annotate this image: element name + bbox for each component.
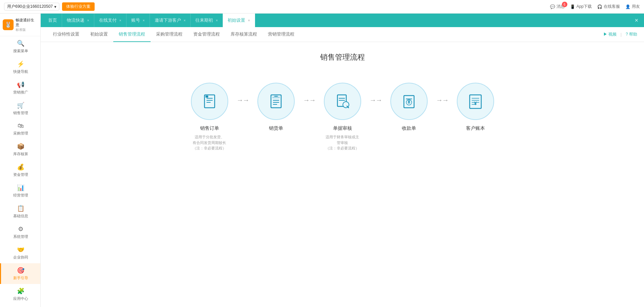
- close-icon[interactable]: ×: [87, 19, 89, 22]
- sub-tab-industry-settings[interactable]: 行业特性设置: [47, 27, 85, 42]
- message-badge: 6: [562, 2, 567, 7]
- flow-label-doc-review: 单据审核: [333, 125, 352, 131]
- sidebar-item-search[interactable]: 🔍 搜索菜单: [0, 36, 40, 57]
- nav-tab-home[interactable]: 首页: [43, 14, 62, 27]
- sidebar-item-label: 资金管理: [13, 172, 28, 177]
- flow-circle-sales-invoice[interactable]: [257, 83, 295, 120]
- flow-circle-customer-ledger[interactable]: ¥: [457, 83, 494, 120]
- receipt-icon: ¥: [401, 93, 417, 110]
- sidebar-item-label: 采购管理: [13, 131, 28, 136]
- user-icon: 👤: [625, 4, 630, 9]
- flow-item-doc-review: 单据审核 适用于财务审核或主管审核（注：非必要流程）: [315, 83, 370, 151]
- sidebar-item-newbie-guide[interactable]: 🎯 新手引导: [0, 263, 40, 284]
- app-download-label: App下载: [577, 4, 592, 9]
- flow-circle-doc-review[interactable]: [324, 83, 361, 120]
- nav-tabs-bar: 首页 物流快递 × 在线支付 × 账号 × 邀请下游客户 × 往来期初 ×: [41, 14, 644, 27]
- sidebar-item-inventory[interactable]: 📦 库存核算: [0, 139, 40, 160]
- sales-mgmt-icon: 🛒: [17, 102, 24, 109]
- search-icon: 🔍: [17, 40, 24, 47]
- sidebar-item-system-mgmt[interactable]: ⚙ 系统管理: [0, 222, 40, 243]
- system-mgmt-icon: ⚙: [18, 225, 23, 233]
- flow-item-customer-ledger: ¥ 客户账本: [448, 83, 503, 134]
- top-bar: 用户690企业1660120507 ▾ 体验行业方案 💬 消息 6 📱 App下…: [0, 0, 644, 14]
- sub-tab-purchase-flow[interactable]: 采购管理流程: [151, 27, 188, 42]
- flow-label-sales-order: 销售订单: [200, 125, 219, 131]
- headset-icon: 🎧: [597, 4, 602, 9]
- sidebar-item-marketing-promo[interactable]: 📢 营销推广: [0, 78, 40, 98]
- sidebar-item-label: 库存核算: [13, 151, 28, 157]
- close-icon[interactable]: ×: [119, 19, 121, 22]
- flow-arrow-3: →→: [370, 83, 382, 104]
- sidebar-item-app-center[interactable]: 🧩 应用中心: [0, 284, 40, 305]
- close-icon[interactable]: ×: [248, 19, 250, 22]
- nav-tab-past-init-label: 往来期初: [195, 17, 213, 23]
- svg-rect-6: [272, 97, 280, 98]
- nav-tab-initial-setup[interactable]: 初始设置 ×: [223, 14, 255, 27]
- message-icon: 💬: [550, 4, 555, 9]
- flow-circle-sales-order[interactable]: [191, 83, 228, 120]
- sidebar-item-basic-info[interactable]: 📋 基础信息: [0, 201, 40, 222]
- flow-arrow-1: →→: [237, 83, 249, 104]
- close-all-button[interactable]: ✕: [632, 18, 641, 23]
- close-icon[interactable]: ×: [184, 19, 186, 22]
- sidebar-item-finance-mgmt[interactable]: 💰 资金管理: [0, 160, 40, 181]
- sidebar-item-label: 系统管理: [13, 234, 28, 239]
- sub-tab-marketing-flow-label: 营销管理流程: [268, 31, 294, 37]
- sidebar-item-enterprise-wechat[interactable]: 💬 企业微信: [0, 305, 40, 307]
- sub-tabs-bar: 行业特性设置 初始设置 销售管理流程 采购管理流程 资金管理流程 库存核算流程 …: [41, 27, 644, 42]
- logo-sub: 标准版: [16, 27, 38, 32]
- flow-arrow-2: →→: [303, 83, 315, 104]
- nav-tab-invite-downstream[interactable]: 邀请下游客户 ×: [150, 14, 191, 27]
- sub-tab-inventory-flow[interactable]: 库存核算流程: [225, 27, 262, 42]
- sidebar-item-ops-mgmt[interactable]: 📊 经营管理: [0, 181, 40, 201]
- sub-tab-sales-flow-label: 销售管理流程: [119, 31, 145, 37]
- close-icon[interactable]: ×: [216, 19, 218, 22]
- sub-tab-inventory-flow-label: 库存核算流程: [231, 31, 257, 37]
- sales-invoice-icon: [268, 93, 285, 110]
- nav-tab-account[interactable]: 账号 ×: [126, 14, 150, 27]
- user-selector[interactable]: 用户690企业1660120507 ▾: [4, 3, 59, 11]
- sidebar-item-quick-nav[interactable]: ⚡ 快捷导航: [0, 57, 40, 78]
- svg-text:¥: ¥: [474, 101, 477, 106]
- basic-info-icon: 📋: [17, 205, 24, 212]
- flow-desc-doc-review: 适用于财务审核或主管审核（注：非必要流程）: [326, 134, 359, 151]
- nav-tab-online-pay[interactable]: 在线支付 ×: [94, 14, 126, 27]
- sidebar: 🐰 畅捷通好生意 标准版 🔍 搜索菜单 ⚡ 快捷导航 📢 营销推广 🛒 销售管理…: [0, 14, 41, 307]
- ops-mgmt-icon: 📊: [17, 184, 24, 191]
- content-area: 首页 物流快递 × 在线支付 × 账号 × 邀请下游客户 × 往来期初 ×: [41, 14, 644, 307]
- page-title: 销售管理流程: [54, 52, 630, 62]
- sub-tab-finance-flow[interactable]: 资金管理流程: [188, 27, 225, 42]
- online-service-button[interactable]: 🎧 在线客服: [597, 4, 620, 9]
- nav-tab-account-label: 账号: [131, 17, 140, 23]
- sub-tab-marketing-flow[interactable]: 营销管理流程: [262, 27, 300, 42]
- sidebar-item-purchase-mgmt[interactable]: 🛍 采购管理: [0, 119, 40, 139]
- message-button[interactable]: 💬 消息 6: [550, 4, 565, 9]
- sub-tab-industry-settings-label: 行业特性设置: [53, 31, 79, 37]
- close-icon[interactable]: ×: [143, 19, 145, 22]
- video-link[interactable]: ▶ 视频: [603, 32, 617, 37]
- sidebar-item-label: 搜索菜单: [13, 48, 28, 54]
- sidebar-item-enterprise-coop[interactable]: 🤝 企业协同: [0, 243, 40, 263]
- sidebar-item-label: 新手引导: [13, 275, 28, 281]
- nav-tab-past-init[interactable]: 往来期初 ×: [191, 14, 223, 27]
- sub-tab-purchase-flow-label: 采购管理流程: [156, 31, 182, 37]
- sub-tab-sales-flow[interactable]: 销售管理流程: [113, 27, 151, 42]
- sub-tab-initial-settings[interactable]: 初始设置: [85, 27, 113, 42]
- flow-label-sales-invoice: 销货单: [269, 125, 283, 131]
- purchase-mgmt-icon: 🛍: [18, 122, 24, 129]
- app-download-button[interactable]: 📱 App下载: [570, 4, 592, 9]
- doc-review-icon: [334, 93, 351, 110]
- user-button[interactable]: 👤 用友: [625, 4, 640, 9]
- user-label: 用户690企业1660120507: [7, 4, 53, 9]
- nav-tab-online-pay-label: 在线支付: [99, 17, 117, 23]
- sidebar-item-sales-mgmt[interactable]: 🛒 销售管理: [0, 98, 40, 119]
- sub-tab-finance-flow-label: 资金管理流程: [193, 31, 220, 37]
- help-link[interactable]: ? 帮助: [626, 32, 637, 37]
- nav-tab-invite-downstream-label: 邀请下游客户: [155, 17, 181, 23]
- sidebar-item-label: 应用中心: [13, 296, 28, 301]
- quick-nav-icon: ⚡: [17, 60, 24, 68]
- flow-label-receipt: 收款单: [402, 125, 416, 131]
- nav-tab-logistics[interactable]: 物流快递 ×: [62, 14, 94, 27]
- flow-circle-receipt[interactable]: ¥: [390, 83, 428, 120]
- trial-button[interactable]: 体验行业方案: [62, 2, 95, 11]
